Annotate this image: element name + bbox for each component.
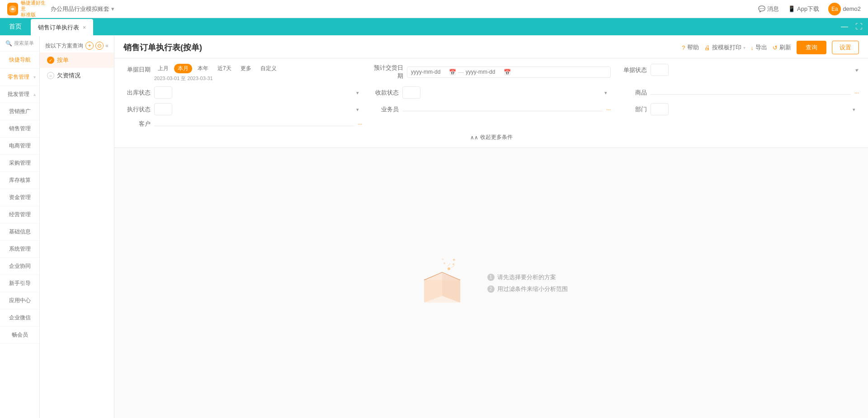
filter-area: 单据日期 上月 本月 本年 近7天 更多 自定义 2023-03-01 至 20… <box>114 58 868 148</box>
empty-illustration: ✦ ✦ <box>415 255 469 311</box>
scheme-item-debt-label: 欠资情况 <box>57 71 80 80</box>
scheme-inactive-icon: ○ <box>47 72 54 79</box>
sidebar-item-guide[interactable]: 新手引导 <box>0 275 39 292</box>
date-tab-custom[interactable]: 自定义 <box>257 64 280 73</box>
app-download-button[interactable]: 📱 App下载 <box>788 5 819 13</box>
svg-point-4 <box>443 262 445 264</box>
delivery-status-select[interactable] <box>154 86 172 99</box>
expected-date-label: 预计交货日期 <box>372 64 403 80</box>
dept-select[interactable] <box>651 103 669 115</box>
date-tab-last-month[interactable]: 上月 <box>154 64 172 73</box>
collapse-panel-button[interactable]: « <box>105 43 108 49</box>
sidebar-item-operations-label: 经营管理 <box>4 211 36 218</box>
left-panel-header: 按以下方案查询 + ⊙ « <box>40 39 114 52</box>
date-tab-7days[interactable]: 近7天 <box>214 64 235 73</box>
tab-bar: 首页 销售订单执行表 × — ⛶ <box>0 18 868 35</box>
user-profile[interactable]: Ea demo2 <box>828 3 861 15</box>
sidebar-item-purchase[interactable]: 采购管理 <box>0 155 39 172</box>
collapse-up-icon: ∧∧ <box>470 134 478 141</box>
tip-num-2: 2 <box>487 285 495 293</box>
query-button[interactable]: 查询 <box>797 41 826 54</box>
sidebar-item-operations[interactable]: 经营管理 <box>0 206 39 223</box>
status-select[interactable] <box>651 64 669 76</box>
sidebar-quick-nav[interactable]: 快捷导航 <box>0 52 39 69</box>
expected-date-to-input[interactable] <box>466 69 502 75</box>
scheme-item-debt[interactable]: ○ 欠资情况 <box>40 68 114 83</box>
sidebar-item-enterprise-label: 企业协同 <box>4 262 36 270</box>
sidebar-item-marketing[interactable]: 营销推广 <box>0 103 39 120</box>
help-icon: ? <box>682 44 685 51</box>
sidebar-item-wechat-label: 企业微信 <box>4 314 36 322</box>
download-icon: 📱 <box>788 5 795 12</box>
date-separator: — <box>458 69 464 76</box>
sidebar-item-basic[interactable]: 基础信息 <box>0 223 39 241</box>
sidebar-item-inventory-label: 库存核算 <box>4 176 36 184</box>
date-tab-this-month[interactable]: 本月 <box>174 64 192 73</box>
tab-home[interactable]: 首页 <box>0 18 31 35</box>
svg-point-3 <box>453 263 454 265</box>
tip-num-1: 1 <box>487 274 495 281</box>
date-tab-this-year[interactable]: 本年 <box>194 64 212 73</box>
sidebar-item-wholesale[interactable]: 批发管理 ▴ <box>0 86 39 103</box>
minimize-button[interactable]: — <box>839 21 850 32</box>
sidebar-item-member[interactable]: 畅会员 <box>0 327 39 344</box>
collapse-filters-button[interactable]: ∧∧ 收起更多条件 <box>470 133 513 141</box>
maximize-button[interactable]: ⛶ <box>854 21 864 32</box>
main-layout: 🔍 搜索菜单 快捷导航 零售管理 ▾ 批发管理 ▴ 营销推广 销售管理 电商管理… <box>0 35 868 418</box>
sidebar-item-system[interactable]: 系统管理 <box>0 241 39 258</box>
dept-label: 部门 <box>620 105 647 114</box>
sidebar-search[interactable]: 🔍 搜索菜单 <box>0 35 39 52</box>
date-tab-more[interactable]: 更多 <box>237 64 255 73</box>
sidebar-item-apps[interactable]: 应用中心 <box>0 292 39 309</box>
sidebar-item-sales[interactable]: 销售管理 <box>0 120 39 138</box>
tab-bar-controls: — ⛶ <box>839 21 864 32</box>
left-panel: 按以下方案查询 + ⊙ « ✓ 按单 ○ 欠资情况 <box>40 35 114 418</box>
goods-label: 商品 <box>620 89 647 97</box>
sidebar-search-label: 搜索菜单 <box>14 40 34 47</box>
logo-icon <box>7 3 18 15</box>
svg-line-5 <box>448 263 450 266</box>
sidebar-item-enterprise[interactable]: 企业协同 <box>0 258 39 275</box>
empty-tips: 1 请先选择要分析的方案 2 用过滤条件来缩小分析范围 <box>487 273 568 293</box>
scheme-item-by-order-label: 按单 <box>57 56 69 64</box>
exec-status-select[interactable] <box>154 103 172 115</box>
sidebar-item-marketing-label: 营销推广 <box>4 108 36 115</box>
salesperson-more-button[interactable]: ··· <box>606 106 611 113</box>
sidebar-item-ecommerce[interactable]: 电商管理 <box>0 138 39 155</box>
sidebar-item-retail[interactable]: 零售管理 ▾ <box>0 69 39 86</box>
sidebar-item-wechat[interactable]: 企业微信 <box>0 309 39 327</box>
search-icon: 🔍 <box>5 40 12 47</box>
date-filter-label: 单据日期 <box>123 64 151 74</box>
message-button[interactable]: 💬 消息 <box>758 5 779 13</box>
settings-button[interactable]: 设置 <box>832 41 859 54</box>
page-actions: ? 帮助 🖨 按模板打印 ▾ ↓ 导出 ↺ 刷新 <box>682 41 859 54</box>
sidebar-item-system-label: 系统管理 <box>4 245 36 253</box>
tab-close-icon[interactable]: × <box>83 24 86 31</box>
breadcrumb-chevron-icon[interactable]: ▾ <box>111 5 114 12</box>
svg-text:✦: ✦ <box>441 257 444 261</box>
add-scheme-button[interactable]: + <box>85 42 94 50</box>
customer-more-button[interactable]: ··· <box>358 121 362 127</box>
expected-date-to-calendar-icon[interactable]: 📅 <box>504 69 511 76</box>
expected-date-from-input[interactable] <box>411 69 447 75</box>
collection-status-select[interactable] <box>402 86 420 99</box>
goods-more-button[interactable]: ··· <box>854 90 859 96</box>
refresh-button[interactable]: ↺ 刷新 <box>773 43 791 52</box>
print-button[interactable]: 🖨 按模板打印 ▾ <box>704 43 745 52</box>
sidebar-item-purchase-label: 采购管理 <box>4 159 36 167</box>
settings-scheme-button[interactable]: ⊙ <box>95 42 104 50</box>
expected-date-from-calendar-icon[interactable]: 📅 <box>449 69 456 76</box>
sidebar-item-finance[interactable]: 资金管理 <box>0 189 39 206</box>
help-button[interactable]: ? 帮助 <box>682 43 698 52</box>
scheme-item-by-order[interactable]: ✓ 按单 <box>40 52 114 68</box>
delivery-status-label: 出库状态 <box>123 89 151 97</box>
tab-sales-order[interactable]: 销售订单执行表 × <box>31 19 93 36</box>
export-button[interactable]: ↓ 导出 <box>751 43 768 52</box>
page-title: 销售订单执行表(按单) <box>123 42 202 53</box>
date-range-text: 2023-03-01 至 2023-03-31 <box>154 75 280 82</box>
customer-label: 客户 <box>123 120 151 128</box>
sidebar-item-apps-label: 应用中心 <box>4 297 36 304</box>
breadcrumb: 办公用品行业模拟账套 ▾ <box>47 5 758 13</box>
exec-status-label: 执行状态 <box>123 105 151 114</box>
sidebar-item-inventory[interactable]: 库存核算 <box>0 172 39 189</box>
